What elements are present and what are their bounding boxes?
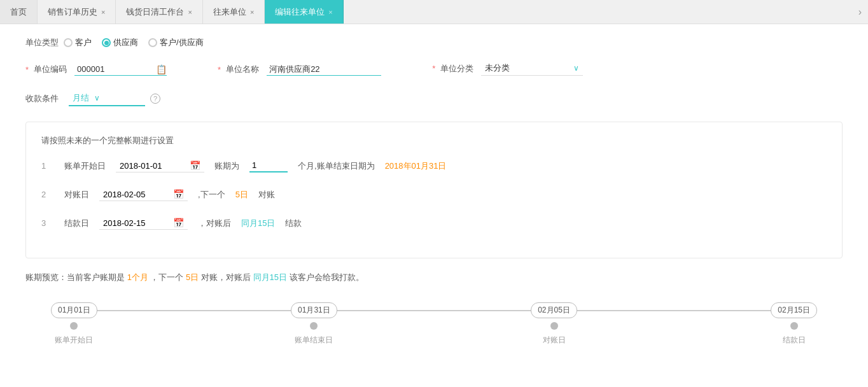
step-2-label: 对账日 [64, 189, 89, 201]
unit-code-label: 单位编码 [34, 64, 67, 75]
step-1-date-input: 📅 [116, 159, 204, 172]
step-1-period-input[interactable] [249, 159, 281, 171]
unit-code-field: * 单位编码 📋 [25, 63, 167, 76]
unit-code-input[interactable] [74, 63, 151, 75]
step-2-date-field[interactable] [103, 190, 167, 199]
timeline-label-1: 账单开始日 [55, 335, 93, 346]
step-2-suffix-pre: ,下一个 [198, 189, 225, 201]
unit-category-label: 单位分类 [440, 63, 473, 74]
copy-icon[interactable]: 📋 [156, 64, 167, 74]
timeline-date-4: 02月15日 [771, 302, 817, 318]
radio-both[interactable]: 客户/供应商 [148, 37, 204, 48]
unit-category-chevron: ∨ [573, 64, 579, 73]
step-3-suffix-pre: ，对账后 [198, 218, 231, 229]
unit-code-input-wrap: 📋 [74, 63, 167, 76]
step-3-suffix-highlight: 同月15日 [241, 218, 275, 229]
tab-home-label: 首页 [10, 6, 27, 18]
unit-category-value: 未分类 [485, 62, 568, 74]
preview-post1: ，下一个 [150, 272, 183, 282]
preview-post2: 对账，对账后 [201, 272, 251, 282]
radio-customer-circle [64, 38, 73, 47]
step-1-period-label: 账期为 [214, 160, 239, 172]
tab-partner[interactable]: 往来单位 × [203, 0, 265, 24]
step-1-period-unit: 个月,账单结束日期为 [298, 160, 375, 172]
tab-edit-partner[interactable]: 编辑往来单位 × [265, 0, 343, 24]
unit-name-field: * 单位名称 [218, 63, 381, 76]
unit-name-required: * [218, 65, 221, 74]
help-text: ? [153, 95, 157, 102]
unit-category-field: * 单位分类 未分类 ∨ [432, 61, 583, 76]
tab-cash-work-label: 钱货日清工作台 [126, 6, 184, 18]
step-2-suffix-post: 对账 [258, 189, 275, 201]
tab-sales-order-close[interactable]: × [101, 8, 105, 16]
settings-box: 请按照未来的一个完整帐期进行设置 1 账单开始日 📅 账期为 个月,账单结束日期… [25, 122, 843, 258]
tab-partner-label: 往来单位 [213, 6, 246, 18]
timeline-label-4: 结款日 [783, 335, 806, 346]
payment-condition-chevron: ∨ [94, 94, 100, 102]
step-1-period-end: 2018年01月31日 [385, 160, 447, 172]
tab-sales-order[interactable]: 销售订单历史 × [38, 0, 116, 24]
help-icon[interactable]: ? [150, 94, 160, 104]
step-3-calendar-icon[interactable]: 📅 [173, 218, 184, 228]
main-content: 单位类型 客户 供应商 客户/供应商 * 单位编码 [0, 24, 868, 387]
setting-row-3: 3 结款日 📅 ，对账后 同月15日 结款 [41, 216, 827, 230]
timeline-wrapper: 01月01日 账单开始日 01月31日 账单结束日 [25, 297, 843, 365]
tab-cash-work[interactable]: 钱货日清工作台 × [116, 0, 202, 24]
tab-partner-close[interactable]: × [250, 8, 254, 16]
step-1-date-field[interactable] [120, 161, 183, 171]
tab-edit-partner-close[interactable]: × [328, 8, 332, 16]
step-2: 2 [41, 190, 54, 199]
unit-category-select[interactable]: 未分类 ∨ [481, 61, 583, 76]
tab-cash-work-close[interactable]: × [188, 8, 192, 16]
step-3-suffix-post: 结款 [285, 218, 302, 229]
tab-bar: 首页 销售订单历史 × 钱货日清工作台 × 往来单位 × 编辑往来单位 × › [0, 0, 868, 24]
timeline-node-3: 02月05日 对账日 [531, 302, 577, 346]
radio-both-label: 客户/供应商 [160, 37, 204, 48]
timeline-date-2: 01月31日 [291, 302, 337, 318]
unit-type-row: 单位类型 客户 供应商 客户/供应商 [25, 37, 843, 48]
tab-edit-partner-label: 编辑往来单位 [275, 6, 325, 18]
payment-condition-select[interactable]: 月结 ∨ [69, 91, 145, 106]
unit-type-radio-group: 客户 供应商 客户/供应商 [64, 37, 204, 48]
preview-part1: 1个月 [127, 272, 148, 282]
step-1-period-input-wrap [249, 159, 288, 172]
tab-home[interactable]: 首页 [0, 0, 38, 24]
unit-type-label: 单位类型 [25, 37, 59, 48]
radio-supplier[interactable]: 供应商 [102, 37, 138, 48]
preview-suffix: 该客户会给我打款。 [290, 272, 364, 282]
step-1-calendar-icon[interactable]: 📅 [190, 160, 200, 171]
payment-condition-row: 收款条件 月结 ∨ ? [25, 91, 843, 106]
payment-condition-label: 收款条件 [25, 93, 59, 104]
timeline-node-2: 01月31日 账单结束日 [291, 302, 337, 346]
preview-prefix: 账期预览：当前客户账期是 [25, 272, 125, 282]
radio-supplier-inner [104, 41, 109, 45]
radio-customer-label: 客户 [75, 37, 92, 48]
unit-name-input[interactable] [267, 63, 381, 75]
radio-supplier-circle [102, 38, 111, 47]
step-3: 3 [41, 218, 54, 228]
timeline-label-2: 账单结束日 [295, 335, 333, 346]
radio-customer[interactable]: 客户 [64, 37, 92, 48]
unit-info-row: * 单位编码 📋 * 单位名称 * 单位分类 未分类 ∨ [25, 61, 843, 76]
step-3-label: 结款日 [64, 218, 89, 229]
step-2-date-input: 📅 [99, 188, 188, 201]
settings-title: 请按照未来的一个完整帐期进行设置 [41, 135, 827, 146]
tab-sales-order-label: 销售订单历史 [48, 6, 97, 18]
step-1: 1 [41, 161, 54, 171]
preview-part3: 同月15日 [253, 272, 287, 282]
unit-code-required: * [25, 65, 29, 74]
tab-more-button[interactable]: › [852, 0, 868, 24]
radio-supplier-label: 供应商 [113, 37, 138, 48]
timeline-date-3: 02月05日 [531, 302, 577, 318]
setting-row-2: 2 对账日 📅 ,下一个 5日 对账 [41, 188, 827, 201]
step-2-calendar-icon[interactable]: 📅 [173, 189, 184, 199]
step-2-suffix-highlight: 5日 [235, 189, 248, 201]
step-3-date-field[interactable] [103, 218, 167, 228]
preview-part2: 5日 [186, 272, 199, 282]
step-1-label: 账单开始日 [64, 160, 106, 172]
payment-condition-value: 月结 [73, 92, 89, 104]
timeline-node-4: 02月15日 结款日 [771, 302, 817, 346]
unit-name-input-wrap [267, 63, 381, 76]
setting-row-1: 1 账单开始日 📅 账期为 个月,账单结束日期为 2018年01月31日 [41, 159, 827, 172]
unit-name-label: 单位名称 [226, 64, 259, 75]
